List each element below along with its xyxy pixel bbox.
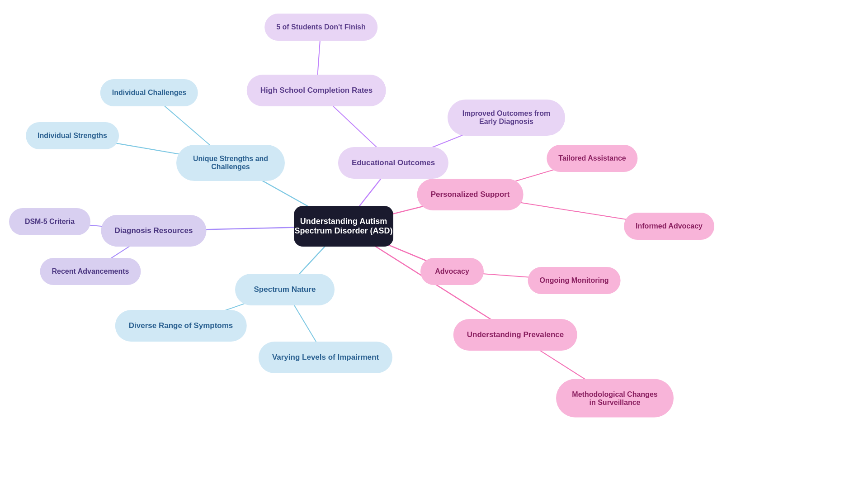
improved-outcomes-node[interactable]: Improved Outcomes from Early Diagnosis [448, 100, 565, 136]
center-node[interactable]: Understanding Autism Spectrum Disorder (… [294, 206, 393, 247]
high-school-completion-node[interactable]: High School Completion Rates [247, 75, 386, 106]
tailored-assistance-node[interactable]: Tailored Assistance [547, 145, 637, 172]
varying-levels-node[interactable]: Varying Levels of Impairment [259, 342, 392, 373]
methodological-changes-node[interactable]: Methodological Changes in Surveillance [556, 379, 674, 418]
individual-strengths-node[interactable]: Individual Strengths [26, 122, 119, 149]
spectrum-nature-node[interactable]: Spectrum Nature [235, 274, 335, 305]
advocacy-node[interactable]: Advocacy [420, 258, 484, 285]
unique-strengths-node[interactable]: Unique Strengths and Challenges [176, 145, 285, 181]
diverse-range-node[interactable]: Diverse Range of Symptoms [115, 310, 247, 342]
students-dont-finish-node[interactable]: 5 of Students Don't Finish [264, 14, 377, 41]
recent-advancements-node[interactable]: Recent Advancements [40, 258, 141, 285]
educational-outcomes-node[interactable]: Educational Outcomes [338, 147, 448, 179]
informed-advocacy-node[interactable]: Informed Advocacy [624, 213, 714, 240]
individual-challenges-node[interactable]: Individual Challenges [100, 79, 198, 106]
ongoing-monitoring-node[interactable]: Ongoing Monitoring [528, 267, 621, 294]
mind-map: Understanding Autism Spectrum Disorder (… [0, 0, 868, 490]
diagnosis-resources-node[interactable]: Diagnosis Resources [101, 215, 207, 247]
personalized-support-node[interactable]: Personalized Support [417, 179, 524, 210]
dsm5-node[interactable]: DSM-5 Criteria [9, 208, 90, 235]
understanding-prevalence-node[interactable]: Understanding Prevalence [453, 319, 577, 351]
